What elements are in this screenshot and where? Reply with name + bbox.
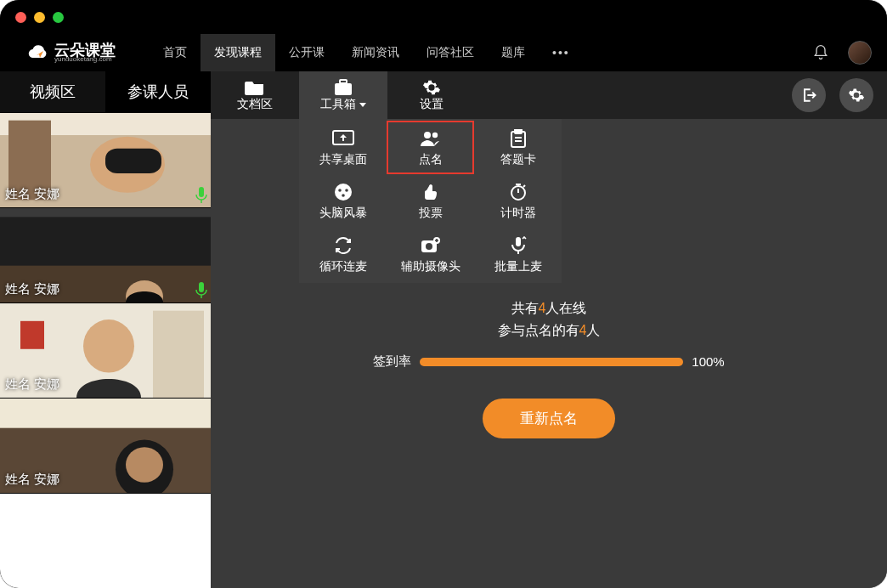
toolbar-toolbox[interactable]: 工具箱: [299, 71, 387, 119]
roll-call-icon: [420, 128, 442, 149]
tool-aux-camera[interactable]: 辅助摄像头: [387, 228, 474, 281]
tool-timer[interactable]: 计时器: [474, 174, 562, 228]
share-screen-icon: [332, 128, 354, 149]
svg-rect-11: [199, 282, 204, 292]
briefcase-icon: [333, 78, 353, 97]
video-cell[interactable]: 姓名 安娜: [0, 302, 211, 398]
nav-discover[interactable]: 发现课程: [201, 34, 275, 71]
sidebar: 视频区 参课人员 姓名 安娜 姓名 安娜 姓名 安娜: [0, 71, 211, 588]
checkin-rate-bar: [420, 358, 683, 366]
cloud-logo-icon: [27, 42, 51, 63]
exit-button[interactable]: [792, 78, 826, 112]
nav-open-class[interactable]: 公开课: [275, 34, 338, 71]
svg-rect-5: [199, 187, 204, 197]
brainstorm-icon: [334, 182, 353, 202]
vote-icon: [421, 182, 440, 202]
toolbox-dropdown: 共享桌面 点名 答题卡 头脑风暴 投票: [299, 119, 562, 283]
main-area: 文档区 工具箱 设置: [211, 71, 887, 588]
svg-rect-21: [335, 83, 352, 95]
user-avatar[interactable]: [848, 41, 872, 65]
cycle-mic-icon: [333, 235, 353, 256]
window-maximize-button[interactable]: [53, 12, 64, 23]
folder-icon: [245, 78, 265, 97]
chevron-down-icon: [359, 103, 366, 107]
mic-active-icon: [195, 187, 207, 204]
svg-rect-3: [105, 149, 161, 173]
window-titlebar: [0, 0, 887, 34]
svg-rect-22: [340, 80, 347, 83]
video-label: 姓名 安娜: [5, 376, 59, 393]
sidebar-tabs: 视频区 参课人员: [0, 71, 211, 112]
tab-attendees[interactable]: 参课人员: [105, 71, 211, 112]
toolbar-toolbox-label: 工具箱: [320, 97, 356, 112]
top-nav: 云朵课堂 yunduoketang.com 首页 发现课程 公开课 新闻资讯 问…: [0, 34, 887, 71]
video-label: 姓名 安娜: [5, 281, 59, 297]
mic-active-icon: [195, 282, 207, 299]
svg-line-37: [523, 185, 525, 187]
svg-point-39: [426, 243, 432, 250]
video-label: 姓名 安娜: [5, 186, 59, 202]
svg-rect-18: [0, 399, 211, 428]
tool-share-screen[interactable]: 共享桌面: [299, 121, 387, 174]
nav-more[interactable]: •••: [539, 34, 584, 71]
settings-button[interactable]: [839, 78, 873, 112]
tab-video-area[interactable]: 视频区: [0, 71, 105, 112]
svg-rect-14: [20, 321, 44, 349]
tool-cycle-mic[interactable]: 循环连麦: [299, 228, 387, 281]
svg-rect-43: [516, 237, 521, 246]
svg-rect-16: [153, 311, 204, 398]
tool-batch-mic[interactable]: 批量上麦: [474, 228, 562, 281]
svg-point-24: [424, 132, 431, 139]
tool-answer-card[interactable]: 答题卡: [474, 121, 562, 174]
svg-rect-27: [515, 129, 522, 133]
online-count-line: 共有4人在线: [511, 297, 587, 319]
window-minimize-button[interactable]: [34, 12, 45, 23]
toolbar-right: [792, 71, 887, 119]
video-cell-empty[interactable]: [0, 493, 211, 588]
toolbar-documents-label: 文档区: [237, 97, 273, 112]
checkin-rate-label: 签到率: [373, 353, 411, 370]
rollcall-count-line: 参与点名的有4人: [498, 319, 601, 342]
video-cell[interactable]: 姓名 安娜: [0, 112, 211, 207]
batch-mic-icon: [510, 235, 527, 256]
content: 视频区 参课人员 姓名 安娜 姓名 安娜 姓名 安娜: [0, 71, 887, 588]
video-list: 姓名 安娜 姓名 安娜 姓名 安娜 姓名 安娜: [0, 112, 211, 588]
checkin-rate-value: 100%: [692, 354, 724, 369]
toolbar-documents[interactable]: 文档区: [211, 71, 299, 119]
video-cell[interactable]: 姓名 安娜: [0, 398, 211, 493]
svg-point-15: [83, 319, 134, 372]
tool-brainstorm[interactable]: 头脑风暴: [299, 174, 387, 228]
video-label: 姓名 安娜: [5, 472, 59, 488]
rollcall-panel: 共有4人在线 参与点名的有4人 签到率 100% 重新点名: [211, 297, 887, 438]
nav-home[interactable]: 首页: [150, 34, 201, 71]
toolbar-settings-label: 设置: [420, 97, 444, 112]
nav-question-bank[interactable]: 题库: [488, 34, 539, 71]
toolbar-settings[interactable]: 设置: [387, 71, 476, 119]
nav-qa[interactable]: 问答社区: [413, 34, 488, 71]
answer-card-icon: [509, 128, 528, 149]
tool-roll-call[interactable]: 点名: [387, 121, 474, 174]
gear-icon: [422, 78, 441, 97]
svg-point-32: [345, 189, 348, 192]
svg-point-30: [335, 184, 352, 201]
nav-items: 首页 发现课程 公开课 新闻资讯 问答社区 题库 •••: [150, 34, 584, 71]
main-toolbar: 文档区 工具箱 设置: [211, 71, 887, 119]
redo-rollcall-button[interactable]: 重新点名: [483, 399, 615, 438]
svg-rect-10: [0, 208, 211, 217]
timer-icon: [509, 182, 528, 202]
camera-plus-icon: [421, 235, 441, 256]
tool-vote[interactable]: 投票: [387, 174, 474, 228]
brand-logo-block[interactable]: 云朵课堂 yunduoketang.com: [27, 42, 116, 63]
svg-point-33: [342, 194, 345, 197]
svg-point-20: [126, 447, 163, 483]
svg-point-31: [338, 189, 342, 192]
brand-subtitle: yunduoketang.com: [54, 56, 116, 63]
nav-right: [812, 41, 872, 65]
checkin-rate-row: 签到率 100%: [373, 353, 724, 370]
notifications-icon[interactable]: [812, 44, 829, 61]
video-cell[interactable]: 姓名 安娜: [0, 207, 211, 302]
window-close-button[interactable]: [15, 12, 26, 23]
nav-news[interactable]: 新闻资讯: [338, 34, 413, 71]
app-window: 云朵课堂 yunduoketang.com 首页 发现课程 公开课 新闻资讯 问…: [0, 0, 887, 588]
svg-point-25: [432, 132, 437, 137]
